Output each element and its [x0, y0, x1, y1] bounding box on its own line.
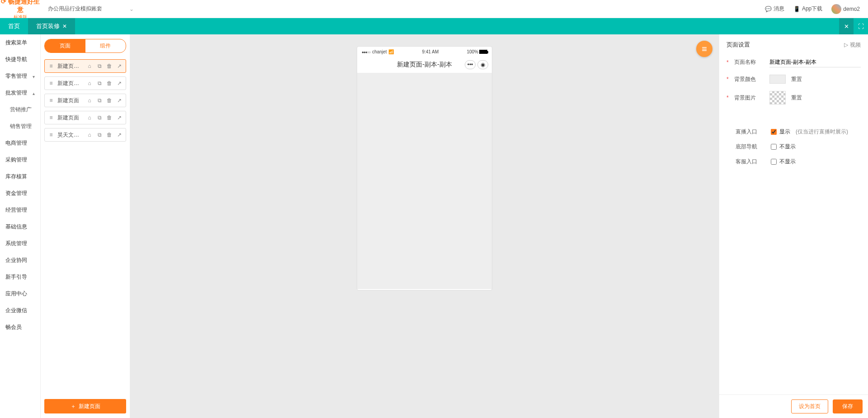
fullscreen-button[interactable]: ⛶ — [854, 18, 868, 34]
share-icon[interactable]: ↗ — [116, 132, 123, 138]
service-checkbox[interactable] — [771, 159, 777, 165]
panel-title: 页面设置 — [726, 41, 750, 49]
page-row-name: 新建页面-副本 — [57, 80, 83, 87]
delete-icon[interactable]: 🗑 — [106, 132, 113, 138]
sidebar-item-8[interactable]: 库存核算 — [0, 168, 40, 185]
sidebar-item-10[interactable]: 经营管理 — [0, 202, 40, 218]
wifi-icon — [388, 49, 394, 54]
sidebar-item-1[interactable]: 快捷导航 — [0, 51, 40, 68]
bg-color-reset[interactable]: 重置 — [791, 76, 802, 83]
page-row-name: 新建页面 — [57, 97, 83, 104]
new-page-button[interactable]: ＋ 新建页面 — [44, 399, 126, 413]
app-download-button[interactable]: 📱App下载 — [793, 5, 822, 13]
canvas-area: ≡ chanjet 9:41 AM 100% 新建页面-副本-副本 — [130, 34, 719, 418]
sidebar-item-3[interactable]: 批发管理 — [0, 85, 40, 101]
live-show-text: 显示 — [779, 128, 790, 136]
share-icon[interactable]: ↗ — [116, 63, 123, 69]
bottom-nav-checkbox[interactable] — [771, 144, 777, 150]
sidebar-item-label: 批发管理 — [5, 89, 27, 97]
drag-icon[interactable]: ≡ — [47, 97, 55, 104]
delete-icon[interactable]: 🗑 — [106, 97, 113, 104]
share-icon[interactable]: ↗ — [116, 80, 123, 86]
copy-icon[interactable]: ⧉ — [96, 63, 103, 69]
share-icon[interactable]: ↗ — [116, 114, 123, 121]
sidebar-item-16[interactable]: 企业微信 — [0, 302, 40, 319]
page-row-name: 昊天文具店 — [57, 131, 83, 139]
account-selector[interactable]: 办公用品行业模拟账套 ⌄ — [48, 5, 134, 13]
drag-icon[interactable]: ≡ — [47, 114, 55, 121]
tabs-bar: 首页 首页装修 ✕ ✕ ⛶ — [0, 18, 868, 34]
sidebar-item-4[interactable]: 营销推广 — [0, 101, 40, 118]
required-icon: * — [726, 59, 729, 66]
delete-icon[interactable]: 🗑 — [106, 80, 113, 86]
messages-button[interactable]: 💬消息 — [765, 5, 784, 13]
save-button[interactable]: 保存 — [833, 399, 863, 413]
tab-close-all-button[interactable]: ✕ — [839, 18, 854, 34]
home-icon[interactable]: ⌂ — [86, 97, 93, 104]
messages-label: 消息 — [774, 5, 784, 13]
page-name-input[interactable] — [769, 57, 861, 67]
sidebar-item-15[interactable]: 应用中心 — [0, 285, 40, 302]
phone-body[interactable] — [357, 73, 492, 289]
sidebar-item-6[interactable]: 电商管理 — [0, 135, 40, 152]
home-icon[interactable]: ⌂ — [86, 132, 93, 138]
delete-icon[interactable]: 🗑 — [106, 63, 113, 69]
sidebar-item-5[interactable]: 销售管理 — [0, 118, 40, 135]
page-row-4[interactable]: ≡昊天文具店⌂⧉🗑↗ — [44, 128, 126, 142]
sidebar-item-label: 快捷导航 — [5, 56, 27, 63]
sidebar-item-0[interactable]: 搜索菜单 — [0, 34, 40, 51]
page-row-name: 新建页面-副本... — [57, 62, 83, 70]
sidebar-item-12[interactable]: 系统管理 — [0, 235, 40, 252]
set-home-button[interactable]: 设为首页 — [791, 399, 828, 413]
sidebar-item-9[interactable]: 资金管理 — [0, 185, 40, 202]
seg-page[interactable]: 页面 — [45, 39, 85, 52]
sidebar-item-label: 搜索菜单 — [5, 39, 27, 47]
chevron-down-icon: ⌄ — [129, 6, 134, 12]
sidebar-item-label: 营销推广 — [10, 106, 32, 114]
sidebar-item-14[interactable]: 新手引导 — [0, 269, 40, 285]
sidebar-item-11[interactable]: 基础信息 — [0, 218, 40, 235]
page-row-2[interactable]: ≡新建页面⌂⧉🗑↗ — [44, 94, 126, 107]
copy-icon[interactable]: ⧉ — [96, 80, 103, 86]
phone-icon: 📱 — [793, 6, 800, 12]
tab-home[interactable]: 首页 — [0, 18, 28, 34]
close-icon[interactable]: ✕ — [62, 23, 67, 29]
content: 页面 组件 ≡新建页面-副本...⌂⧉🗑↗≡新建页面-副本⌂⧉🗑↗≡新建页面⌂⧉… — [41, 34, 868, 418]
brand-name: 畅捷通好生意 — [8, 0, 40, 13]
fab-menu-button[interactable]: ≡ — [696, 41, 712, 57]
home-icon[interactable]: ⌂ — [86, 114, 93, 121]
page-row-0[interactable]: ≡新建页面-副本...⌂⧉🗑↗ — [44, 59, 126, 73]
phone-menu-button[interactable]: ••• — [465, 60, 476, 69]
tab-active-label: 首页装修 — [36, 22, 60, 30]
copy-icon[interactable]: ⧉ — [96, 132, 103, 138]
delete-icon[interactable]: 🗑 — [106, 114, 113, 121]
bg-color-swatch[interactable] — [769, 75, 786, 84]
right-panel: 页面设置 ▷ 视频 * 页面名称 * 背景颜色 重置 * 背景图片 — [719, 34, 868, 418]
copy-icon[interactable]: ⧉ — [96, 97, 103, 104]
tab-page-decor[interactable]: 首页装修 ✕ — [28, 18, 75, 34]
user-menu[interactable]: demo2 — [831, 4, 860, 14]
phone-status-bar: chanjet 9:41 AM 100% — [357, 47, 492, 57]
sidebar-item-17[interactable]: 畅会员 — [0, 319, 40, 336]
seg-component[interactable]: 组件 — [85, 39, 126, 52]
share-icon[interactable]: ↗ — [116, 97, 123, 104]
phone-target-button[interactable]: ◉ — [477, 60, 488, 69]
bg-image-swatch[interactable] — [769, 91, 786, 104]
bg-image-reset[interactable]: 重置 — [791, 94, 802, 102]
drag-icon[interactable]: ≡ — [47, 63, 55, 69]
live-checkbox[interactable] — [771, 129, 777, 135]
home-icon[interactable]: ⌂ — [86, 63, 93, 69]
copy-icon[interactable]: ⧉ — [96, 114, 103, 121]
sidebar-item-2[interactable]: 零售管理 — [0, 68, 40, 85]
bg-color-label: 背景颜色 — [734, 76, 764, 83]
sidebar-item-7[interactable]: 采购管理 — [0, 152, 40, 168]
sidebar-item-13[interactable]: 企业协同 — [0, 252, 40, 269]
drag-icon[interactable]: ≡ — [47, 132, 55, 138]
page-list: ≡新建页面-副本...⌂⧉🗑↗≡新建页面-副本⌂⧉🗑↗≡新建页面⌂⧉🗑↗≡新建页… — [44, 59, 126, 142]
page-row-3[interactable]: ≡新建页面⌂⧉🗑↗ — [44, 111, 126, 124]
page-row-1[interactable]: ≡新建页面-副本⌂⧉🗑↗ — [44, 76, 126, 90]
video-help-button[interactable]: ▷ 视频 — [844, 41, 861, 49]
drag-icon[interactable]: ≡ — [47, 80, 55, 86]
home-icon[interactable]: ⌂ — [86, 80, 93, 86]
caret-icon — [33, 90, 35, 96]
